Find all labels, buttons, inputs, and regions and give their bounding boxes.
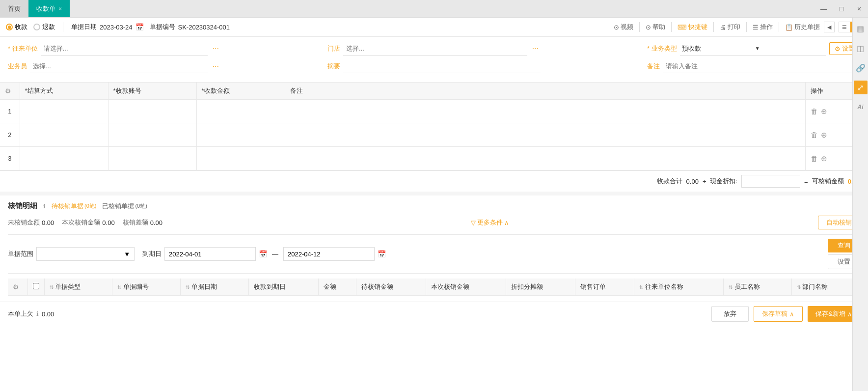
table-row: 3 🗑 ⊕ [0,147,868,170]
bottom-settings-icon[interactable]: ⚙ [13,283,19,291]
shop-more-icon[interactable]: ··· [530,44,541,53]
remarks-input[interactable] [663,59,860,73]
equals-sign: = [804,178,808,185]
abandon-button[interactable]: 放弃 [711,306,749,322]
sidebar-icon-4[interactable]: ⤢ [854,81,868,94]
sidebar-icon-3[interactable]: 🔗 [854,61,868,75]
delete-row-3-icon[interactable]: 🗑 [811,154,818,163]
sales-order-header: 销售订单 [575,279,634,296]
divider [746,22,747,32]
help-action[interactable]: ⊙ 帮助 [646,23,665,31]
balance-info: 本单上欠 ℹ 0.00 [8,309,54,318]
amount-cell-2[interactable] [196,123,285,147]
remarks-cell-1[interactable] [285,100,806,123]
shop-field: 门店 ··· [327,42,541,56]
partner-input[interactable] [41,42,208,56]
prev-arrow[interactable]: ◀ [824,22,835,32]
ai-assistant-icon[interactable]: Ai [854,100,868,114]
pending-tab[interactable]: 待核销单据 (0笔) [52,202,96,211]
copy-row-1-icon[interactable]: ⊕ [821,107,827,116]
delete-row-2-icon[interactable]: 🗑 [811,131,818,139]
staff-label: 业务员 [8,62,27,71]
tab-receipt[interactable]: 收款单 × [28,0,70,17]
date-to-input[interactable] [283,247,375,261]
divider [713,22,714,32]
account-header: *收款账号 [108,83,196,100]
biz-type-select[interactable]: 预收款 ▼ [680,42,826,56]
calendar-to-icon[interactable]: 📅 [378,250,386,258]
copy-row-3-icon[interactable]: ⊕ [821,154,827,163]
staff-more-icon[interactable]: ··· [211,62,221,71]
due-date-header: 收款到期日 [249,279,319,296]
minimize-button[interactable]: — [815,0,833,18]
remarks-header: 备注 [285,83,806,100]
number-header: ⇅ 单据编号 [112,279,181,296]
settlement-cell-2[interactable] [20,123,108,147]
gear-icon: ⚙ [835,45,841,53]
verify-section: 核销明细 ℹ 待核销单据 (0笔) 已核销单据 (0笔) 未核销金额 0.00 … [0,192,868,302]
date-header: ⇅ 单据日期 [181,279,249,296]
amount-cell-1[interactable] [196,100,285,123]
pending-header: 待核销金额 [356,279,426,296]
sidebar-icon-1[interactable]: ▦ [854,22,868,35]
partner-label: 往来单位 [8,44,38,53]
remarks-cell-2[interactable] [285,123,806,147]
radio-receipt-circle [6,24,13,30]
done-tab[interactable]: 已核销单据 (0笔) [102,202,147,211]
copy-row-2-icon[interactable]: ⊕ [821,131,827,140]
close-tab-icon[interactable]: × [58,5,62,12]
account-cell-2[interactable] [108,123,196,147]
bottom-settings-header: ⚙ [8,279,27,296]
settlement-cell-1[interactable] [20,100,108,123]
form-area: 往来单位 ··· 门店 ··· 业务类型 预收款 ▼ ⚙ 设置 [0,37,868,83]
history-action[interactable]: 📋 历史单据 [785,23,820,31]
close-button[interactable]: × [850,0,868,18]
calendar-from-icon[interactable]: 📅 [259,250,267,258]
date-from-input[interactable] [164,247,256,261]
delete-row-1-icon[interactable]: 🗑 [811,107,818,115]
bottom-table: ⚙ ⇅ 单据类型 ⇅ 单据编号 [8,279,860,296]
draft-button[interactable]: 保存草稿 ∧ [754,306,803,322]
settlement-cell-3[interactable] [20,147,108,170]
row-num-1: 1 [0,100,20,123]
footer-actions: 放弃 保存草稿 ∧ 保存&新增 ∧ [711,306,860,322]
divider [779,22,779,32]
shop-input[interactable] [343,42,527,56]
maximize-button[interactable]: □ [833,0,850,18]
staff-field: 业务员 ··· [8,59,221,73]
more-filter-button[interactable]: ▽ 更多条件 ∧ [471,218,509,227]
summary-input[interactable] [343,59,541,73]
print-action[interactable]: 🖨 打印 [720,23,740,31]
summary-label: 摘要 [327,62,340,71]
table-settings-icon[interactable]: ⚙ [5,87,11,95]
video-action[interactable]: ⊙ 视频 [614,23,633,31]
divider [639,22,640,32]
biz-type-label: 业务类型 [647,44,677,53]
radio-receipt[interactable]: 收款 [6,23,27,31]
toolbar: 收款 退款 单据日期 2023-03-24 📅 单据编号 SK-20230324… [0,18,868,37]
verify-info-icon[interactable]: ℹ [43,203,46,210]
staff-input[interactable] [30,59,208,73]
operation-action[interactable]: ☰ 操作 [753,23,773,31]
discount-input[interactable] [741,175,800,188]
partner-more-icon[interactable]: ··· [211,44,221,53]
total-label: 收款合计 [657,177,682,186]
amount-cell-3[interactable] [196,147,285,170]
shop-label: 门店 [327,44,340,53]
balance-info-icon[interactable]: ℹ [36,310,39,317]
divider [671,22,672,32]
account-cell-3[interactable] [108,147,196,170]
account-cell-1[interactable] [108,100,196,123]
remarks-label: 备注 [647,62,660,71]
remarks-cell-3[interactable] [285,147,806,170]
shortcut-action[interactable]: ⌨ 快捷键 [678,23,707,31]
radio-refund[interactable]: 退款 [33,23,55,31]
tab-home[interactable]: 首页 [0,0,28,17]
help-icon: ⊙ [646,24,651,31]
select-all-checkbox[interactable] [33,283,39,289]
sidebar-icon-2[interactable]: ◫ [854,41,868,55]
range-select[interactable]: ▼ [36,247,135,261]
list-view-btn[interactable]: ☰ [839,22,850,32]
discount-label: 现金折扣: [710,177,737,186]
calendar-icon[interactable]: 📅 [136,23,144,31]
